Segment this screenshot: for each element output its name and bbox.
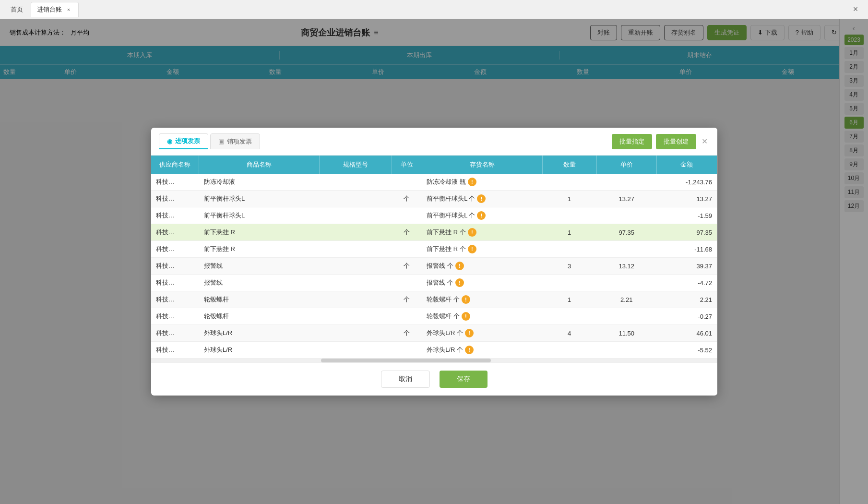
- warning-icon: !: [462, 295, 470, 304]
- unit-price-cell: 97.35: [596, 224, 656, 241]
- stock-name-text: 前下悬挂 R 个: [427, 245, 466, 252]
- spec-cell: [320, 224, 392, 241]
- incoming-invoice-tab[interactable]: ◉ 进项发票: [159, 133, 208, 149]
- home-tab[interactable]: 首页: [5, 2, 29, 17]
- modal-scrollbar-thumb[interactable]: [321, 359, 491, 362]
- window-close-button[interactable]: ×: [848, 2, 863, 17]
- stock-name-cell: 外球头L/R 个!: [422, 342, 542, 359]
- table-row[interactable]: 科技… 报警线 个 报警线 个! 3 13.12 39.37: [151, 258, 717, 275]
- quantity-cell: [542, 241, 596, 258]
- quantity-cell: [542, 342, 596, 359]
- modal-table: 供应商名称 商品名称 规格型号 单位 存货名称 数量 单价 金额 科技… 防冻冷…: [151, 156, 717, 359]
- modal-scrollbar[interactable]: [151, 359, 717, 362]
- quantity-cell: [542, 275, 596, 291]
- stock-name-text: 报警线 个: [427, 262, 453, 269]
- stock-name-text: 前下悬挂 R 个: [427, 228, 466, 236]
- save-button[interactable]: 保存: [440, 371, 488, 388]
- table-row[interactable]: 科技… 外球头L/R 个 外球头L/R 个! 4 11.50 46.01: [151, 325, 717, 342]
- table-row[interactable]: 科技… 轮毂螺杆 轮毂螺杆 个! -0.27: [151, 308, 717, 325]
- unit-cell: [392, 308, 422, 325]
- stock-name-cell: 报警线 个!: [422, 275, 542, 291]
- active-tab-label: 进销台账: [37, 5, 62, 14]
- table-row[interactable]: 科技… 外球头L/R 外球头L/R 个! -5.52: [151, 342, 717, 359]
- warning-icon: !: [455, 278, 464, 287]
- warning-icon: !: [462, 312, 470, 321]
- quantity-cell: 1: [542, 291, 596, 308]
- stock-name-text: 轮毂螺杆 个: [427, 296, 460, 303]
- product-cell: 轮毂螺杆: [199, 291, 320, 308]
- quantity-cell: [542, 207, 596, 224]
- warning-icon: !: [477, 211, 486, 220]
- supplier-cell: 科技…: [151, 325, 199, 342]
- incoming-tab-label: 进项发票: [175, 137, 200, 145]
- supplier-cell: 科技…: [151, 258, 199, 275]
- supplier-cell: 科技…: [151, 191, 199, 207]
- supplier-cell: 科技…: [151, 291, 199, 308]
- product-cell: 前下悬挂 R: [199, 241, 320, 258]
- stock-name-cell: 防冻冷却液 瓶!: [422, 174, 542, 191]
- stock-name-cell: 报警线 个!: [422, 258, 542, 275]
- unit-cell: [392, 275, 422, 291]
- supplier-cell: 科技…: [151, 241, 199, 258]
- batch-create-button[interactable]: 批量创建: [656, 134, 696, 149]
- quantity-cell: 1: [542, 191, 596, 207]
- amount-cell: -5.52: [656, 342, 717, 359]
- product-cell: 报警线: [199, 275, 320, 291]
- amount-cell: -4.72: [656, 275, 717, 291]
- home-tab-label: 首页: [11, 5, 23, 14]
- spec-cell: [320, 241, 392, 258]
- th-amount: 金额: [656, 156, 717, 174]
- table-row[interactable]: 科技… 报警线 报警线 个! -4.72: [151, 275, 717, 291]
- modal-table-body: 科技… 防冻冷却液 防冻冷却液 瓶! -1,243.76 科技… 前平衡杆球头L…: [151, 174, 717, 359]
- stock-name-cell: 前平衡杆球头L 个!: [422, 191, 542, 207]
- quantity-cell: 1: [542, 224, 596, 241]
- unit-price-cell: 13.12: [596, 258, 656, 275]
- table-row[interactable]: 科技… 前平衡杆球头L 前平衡杆球头L 个! -1.59: [151, 207, 717, 224]
- stock-name-text: 前平衡杆球头L 个: [427, 212, 475, 219]
- stock-name-cell: 轮毂螺杆 个!: [422, 291, 542, 308]
- modal-table-wrap[interactable]: 供应商名称 商品名称 规格型号 单位 存货名称 数量 单价 金额 科技… 防冻冷…: [151, 156, 717, 359]
- warning-icon: !: [468, 228, 476, 237]
- stock-name-text: 报警线 个: [427, 279, 453, 286]
- spec-cell: [320, 325, 392, 342]
- unit-cell: 个: [392, 191, 422, 207]
- amount-cell: 13.27: [656, 191, 717, 207]
- unit-cell: [392, 342, 422, 359]
- warning-icon: !: [477, 194, 486, 203]
- product-cell: 轮毂螺杆: [199, 308, 320, 325]
- stock-name-cell: 前下悬挂 R 个!: [422, 241, 542, 258]
- warning-icon: !: [468, 178, 476, 186]
- outgoing-tab-label: 销项发票: [227, 137, 252, 146]
- unit-price-cell: 2.21: [596, 291, 656, 308]
- table-row[interactable]: 科技… 前平衡杆球头L 个 前平衡杆球头L 个! 1 13.27 13.27: [151, 191, 717, 207]
- table-row[interactable]: 科技… 防冻冷却液 防冻冷却液 瓶! -1,243.76: [151, 174, 717, 191]
- quantity-cell: 3: [542, 258, 596, 275]
- supplier-cell: 科技…: [151, 174, 199, 191]
- batch-specify-button[interactable]: 批量指定: [612, 134, 652, 149]
- table-row[interactable]: 科技… 轮毂螺杆 个 轮毂螺杆 个! 1 2.21 2.21: [151, 291, 717, 308]
- top-bar: 首页 进销台账 × ×: [0, 0, 868, 19]
- th-stock: 存货名称: [422, 156, 542, 174]
- outgoing-invoice-tab[interactable]: ▣ 销项发票: [210, 133, 260, 149]
- product-cell: 外球头L/R: [199, 325, 320, 342]
- table-row[interactable]: 科技… 前下悬挂 R 前下悬挂 R 个! -11.68: [151, 241, 717, 258]
- active-tab[interactable]: 进销台账 ×: [31, 2, 79, 17]
- main-content: 销售成本计算方法： 月平均 商贸企业进销台账 ≡ 对账 重新开账 存货别名 生成…: [0, 19, 868, 504]
- cancel-button[interactable]: 取消: [381, 371, 430, 388]
- close-tab-icon[interactable]: ×: [65, 6, 72, 13]
- spec-cell: [320, 342, 392, 359]
- modal-header: ◉ 进项发票 ▣ 销项发票 批量指定 批量创建 ×: [151, 128, 717, 156]
- modal-close-button[interactable]: ×: [700, 136, 710, 147]
- table-row[interactable]: 科技… 前下悬挂 R 个 前下悬挂 R 个! 1 97.35 97.35: [151, 224, 717, 241]
- spec-cell: [320, 275, 392, 291]
- amount-cell: 97.35: [656, 224, 717, 241]
- unit-cell: [392, 241, 422, 258]
- product-cell: 前平衡杆球头L: [199, 207, 320, 224]
- spec-cell: [320, 308, 392, 325]
- amount-cell: -0.27: [656, 308, 717, 325]
- quantity-cell: 4: [542, 325, 596, 342]
- amount-cell: 46.01: [656, 325, 717, 342]
- spec-cell: [320, 291, 392, 308]
- unit-price-cell: [596, 342, 656, 359]
- supplier-cell: 科技…: [151, 207, 199, 224]
